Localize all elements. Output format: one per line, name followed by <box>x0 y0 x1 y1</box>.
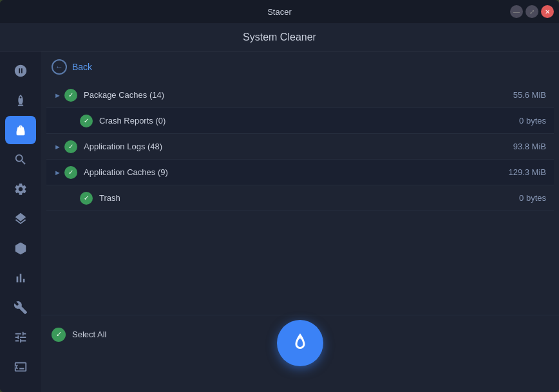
check-icon[interactable]: ✓ <box>80 115 93 127</box>
row-size: 93.8 MiB <box>495 142 546 151</box>
table-row[interactable]: ► ✓ Package Caches (14) 55.6 MiB <box>46 82 554 108</box>
terminal-icon <box>14 360 28 374</box>
table-row[interactable]: ✓ Crash Reports (0) 0 bytes <box>46 108 554 134</box>
chart-icon <box>14 271 28 285</box>
minimize-button[interactable]: — <box>510 5 523 18</box>
select-all-label: Select All <box>72 330 106 339</box>
sidebar <box>0 51 41 392</box>
row-label: Application Caches (9) <box>84 167 495 177</box>
row-label: Package Caches (14) <box>84 90 495 100</box>
row-size: 129.3 MiB <box>495 167 546 177</box>
dashboard-icon <box>14 64 28 78</box>
sidebar-item-terminal[interactable] <box>5 353 36 381</box>
title-bar: Stacer — ⤢ ✕ <box>0 0 559 23</box>
sidebar-item-dashboard[interactable] <box>5 57 36 85</box>
content-area: ← Back ► ✓ Package Caches (14) 55.6 MiB … <box>41 51 559 392</box>
broom-icon <box>14 123 28 137</box>
back-circle-icon: ← <box>52 59 67 75</box>
back-label: Back <box>72 62 92 72</box>
sidebar-item-tools[interactable] <box>5 294 36 322</box>
sliders-icon <box>14 330 28 344</box>
box-icon <box>14 241 28 256</box>
gear-icon <box>14 182 28 196</box>
row-size: 55.6 MiB <box>495 90 546 100</box>
expand-icon[interactable]: ► <box>54 143 64 151</box>
back-button[interactable]: ← Back <box>41 51 559 82</box>
sidebar-item-settings[interactable] <box>5 175 36 203</box>
clean-button-container <box>277 320 323 366</box>
row-label: Trash <box>99 193 495 203</box>
broom-clean-icon <box>289 331 312 355</box>
row-label: Crash Reports (0) <box>99 116 495 126</box>
select-all-check[interactable]: ✓ <box>52 328 66 342</box>
close-button[interactable]: ✕ <box>541 5 554 18</box>
clean-button[interactable] <box>277 320 323 366</box>
expand-icon[interactable]: ► <box>54 91 64 99</box>
main-window: Stacer — ⤢ ✕ System Cleaner <box>0 0 559 392</box>
check-icon[interactable]: ✓ <box>64 89 77 102</box>
sidebar-item-uninstaller[interactable] <box>5 234 36 263</box>
check-icon[interactable]: ✓ <box>64 140 77 153</box>
rocket-icon <box>14 93 28 107</box>
sidebar-item-services[interactable] <box>5 205 36 233</box>
table-row[interactable]: ► ✓ Application Caches (9) 129.3 MiB <box>46 160 554 185</box>
window-title: Stacer <box>267 7 292 17</box>
sidebar-item-apps[interactable] <box>5 86 36 115</box>
search-icon <box>14 153 28 167</box>
row-label: Application Logs (48) <box>84 142 495 151</box>
layers-icon <box>14 212 28 226</box>
check-icon[interactable]: ✓ <box>64 166 77 179</box>
footer: ✓ Select All <box>41 315 559 353</box>
page-title-bar: System Cleaner <box>0 23 559 51</box>
page-title: System Cleaner <box>243 32 316 43</box>
table-row[interactable]: ► ✓ Application Logs (48) 93.8 MiB <box>46 134 554 160</box>
sidebar-item-resources[interactable] <box>5 264 36 292</box>
tools-icon <box>14 301 28 315</box>
expand-icon[interactable]: ► <box>54 169 64 176</box>
window-controls: — ⤢ ✕ <box>510 5 554 18</box>
restore-button[interactable]: ⤢ <box>526 5 538 18</box>
cleaner-table: ► ✓ Package Caches (14) 55.6 MiB ✓ Crash… <box>46 82 554 315</box>
check-icon[interactable]: ✓ <box>80 192 93 205</box>
row-size: 0 bytes <box>495 193 546 203</box>
row-size: 0 bytes <box>495 116 546 126</box>
sidebar-item-search[interactable] <box>5 145 36 174</box>
table-row[interactable]: ✓ Trash 0 bytes <box>46 185 554 211</box>
sidebar-item-cleaner[interactable] <box>5 116 36 144</box>
sidebar-item-downloads[interactable] <box>5 323 36 351</box>
main-layout: ← Back ► ✓ Package Caches (14) 55.6 MiB … <box>0 51 559 392</box>
